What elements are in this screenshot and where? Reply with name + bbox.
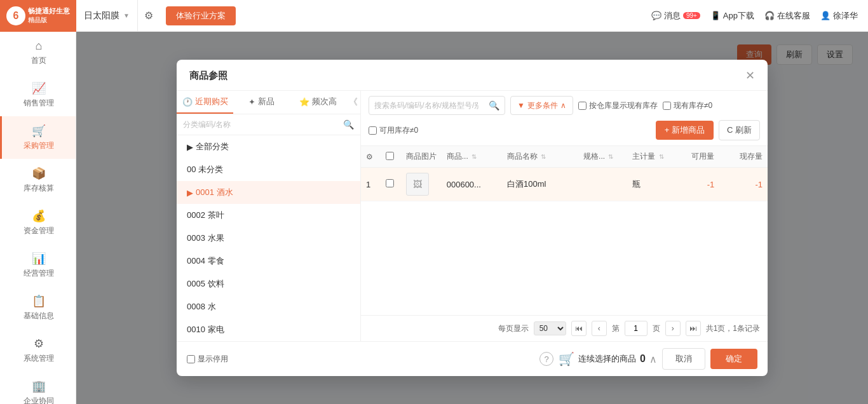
sidebar-item-operation[interactable]: 📊 经营管理 bbox=[0, 244, 76, 286]
online-service-button[interactable]: 🎧 在线客服 bbox=[764, 10, 810, 22]
cat-item-0010[interactable]: 0010 家电 bbox=[177, 318, 360, 341]
sidebar-item-basic[interactable]: 📋 基础信息 bbox=[0, 286, 76, 329]
avail-ne0-checkbox[interactable] bbox=[369, 126, 377, 135]
cat-item-0002[interactable]: 0002 茶叶 bbox=[177, 204, 360, 227]
sidebar-item-enterprise-label: 企业协同 bbox=[24, 396, 54, 404]
cat-item-0001[interactable]: ▶ 0001 酒水 bbox=[177, 181, 360, 204]
cat-item-0004[interactable]: 0004 零食 bbox=[177, 250, 360, 273]
page-size-select[interactable]: 10 20 50 100 bbox=[534, 321, 566, 335]
filter-button[interactable]: ▼ 更多条件 ∧ bbox=[510, 96, 573, 115]
product-search-button[interactable]: 🔍 bbox=[484, 100, 505, 111]
select-all-checkbox[interactable] bbox=[386, 152, 394, 160]
user-menu[interactable]: 👤 徐泽华 bbox=[820, 10, 858, 22]
tab-frequent[interactable]: ⭐ 频次高 bbox=[290, 91, 346, 114]
cat-0008-label: 0008 水 bbox=[187, 301, 216, 313]
cat-item-00[interactable]: 00 未分类 bbox=[177, 158, 360, 181]
next-page-button[interactable]: › bbox=[665, 321, 681, 336]
sidebar-item-enterprise[interactable]: 🏢 企业协同 bbox=[0, 372, 76, 404]
trial-button[interactable]: 体验行业方案 bbox=[166, 6, 236, 25]
by-warehouse-checkbox[interactable] bbox=[578, 102, 587, 110]
sidebar-item-inventory-label: 库存核算 bbox=[24, 183, 54, 194]
user-name: 徐泽华 bbox=[833, 10, 858, 22]
row-avail-cell: -1 bbox=[672, 168, 720, 201]
category-tabs: 🕐 近期购买 ✦ 新品 ⭐ 频次高 《 bbox=[177, 91, 360, 114]
row-avail: -1 bbox=[707, 180, 715, 189]
tab-frequent-label: 频次高 bbox=[312, 96, 337, 107]
stock-ne0-checkbox[interactable] bbox=[663, 102, 671, 110]
cat-item-all[interactable]: ▶ 全部分类 bbox=[177, 135, 360, 158]
store-selector[interactable]: 日太阳膜 ▼ bbox=[76, 0, 138, 31]
collapse-panel-button[interactable]: 《 bbox=[346, 91, 360, 114]
first-page-button[interactable]: ⏮ bbox=[571, 321, 587, 336]
cat-item-0003[interactable]: 0003 水果 bbox=[177, 227, 360, 250]
product-reference-modal: 商品参照 ✕ 🕐 近期购买 ✦ 新品 ⭐ bbox=[177, 60, 768, 376]
sidebar-item-sales-label: 销售管理 bbox=[24, 98, 54, 109]
cat-00-label: 00 未分类 bbox=[187, 164, 223, 175]
col-header-settings: ⚙ bbox=[361, 146, 381, 168]
home-icon: ⌂ bbox=[36, 39, 43, 53]
disabled-checkbox[interactable] bbox=[187, 355, 195, 363]
sidebar-item-sales[interactable]: 📈 销售管理 bbox=[0, 74, 76, 116]
cat-0003-label: 0003 水果 bbox=[187, 232, 224, 244]
checkbox-by-warehouse[interactable]: 按仓库显示现有库存 bbox=[578, 100, 658, 111]
sidebar-item-purchase-label: 采购管理 bbox=[24, 140, 54, 151]
cart-expand-icon[interactable]: ∧ bbox=[649, 353, 657, 365]
product-search-box: 🔍 bbox=[369, 96, 505, 115]
cancel-button[interactable]: 取消 bbox=[662, 348, 705, 370]
last-page-button[interactable]: ⏭ bbox=[686, 321, 701, 336]
col-header-avail[interactable]: 可用量 bbox=[672, 146, 720, 168]
modal-close-icon[interactable]: ✕ bbox=[745, 69, 755, 83]
sidebar-item-purchase[interactable]: 🛒 采购管理 bbox=[0, 116, 76, 159]
by-warehouse-label: 按仓库显示现有库存 bbox=[589, 100, 658, 111]
col-header-spec[interactable]: 规格... ⇅ bbox=[578, 146, 627, 168]
confirm-button[interactable]: 确定 bbox=[710, 349, 757, 369]
table-row[interactable]: 1 🖼 000600... bbox=[361, 168, 768, 201]
row-checkbox[interactable] bbox=[386, 179, 394, 187]
modal-header: 商品参照 ✕ bbox=[177, 60, 768, 91]
purchase-icon: 🛒 bbox=[32, 124, 46, 138]
category-search-input[interactable] bbox=[183, 120, 339, 129]
search-icon[interactable]: 🔍 bbox=[343, 119, 354, 130]
sidebar-item-system[interactable]: ⚙ 系统管理 bbox=[0, 329, 76, 372]
modal-overlay: 商品参照 ✕ 🕐 近期购买 ✦ 新品 ⭐ bbox=[76, 32, 868, 404]
dropdown-arrow-icon: ▼ bbox=[123, 12, 130, 19]
cat-item-0008[interactable]: 0008 水 bbox=[177, 295, 360, 318]
logo-icon: 6 bbox=[6, 6, 25, 25]
product-search-input[interactable] bbox=[369, 101, 484, 110]
sidebar-item-home[interactable]: ⌂ 首页 bbox=[0, 32, 76, 74]
row-stock-cell: -1 bbox=[719, 168, 768, 201]
col-spec-label: 规格... bbox=[583, 152, 605, 161]
basic-icon: 📋 bbox=[32, 294, 46, 308]
tab-new[interactable]: ✦ 新品 bbox=[233, 91, 290, 114]
row-code-cell: 000600... bbox=[442, 168, 502, 201]
help-icon[interactable]: ? bbox=[539, 352, 553, 366]
cat-item-0005[interactable]: 0005 饮料 bbox=[177, 273, 360, 295]
prev-page-button[interactable]: ‹ bbox=[592, 321, 607, 336]
col-header-name[interactable]: 商品名称 ⇅ bbox=[502, 146, 578, 168]
checkbox-avail-ne0[interactable]: 可用库存≠0 bbox=[369, 125, 418, 136]
checkbox-stock-ne0[interactable]: 现有库存≠0 bbox=[663, 100, 712, 111]
filter-label: 更多条件 bbox=[527, 100, 558, 111]
col-header-code[interactable]: 商品... ⇅ bbox=[442, 146, 502, 168]
tab-recent[interactable]: 🕐 近期购买 bbox=[177, 91, 233, 114]
sidebar-item-finance[interactable]: 💰 资金管理 bbox=[0, 201, 76, 244]
cat-0010-label: 0010 家电 bbox=[187, 324, 224, 335]
app-download-button[interactable]: 📱 App下载 bbox=[710, 10, 754, 22]
modal-body: 🕐 近期购买 ✦ 新品 ⭐ 频次高 《 🔍 bbox=[177, 91, 768, 341]
col-header-img: 商品图片 bbox=[401, 146, 442, 168]
sidebar-item-finance-label: 资金管理 bbox=[24, 226, 54, 236]
show-disabled-checkbox[interactable]: 显示停用 bbox=[187, 354, 228, 365]
sidebar-item-inventory[interactable]: 📦 库存核算 bbox=[0, 159, 76, 201]
col-header-unit[interactable]: 主计量 ⇅ bbox=[627, 146, 671, 168]
system-icon: ⚙ bbox=[34, 337, 44, 351]
refresh-button[interactable]: C 刷新 bbox=[719, 120, 760, 140]
row-num: 1 bbox=[361, 168, 381, 201]
cat-0004-label: 0004 零食 bbox=[187, 255, 224, 267]
messages-button[interactable]: 💬 消息 99+ bbox=[651, 10, 700, 22]
page-number-input[interactable] bbox=[625, 321, 648, 336]
settings-icon[interactable]: ⚙ bbox=[138, 10, 159, 22]
filter-icon: ▼ bbox=[517, 101, 525, 110]
add-product-button[interactable]: + 新增商品 bbox=[656, 121, 714, 140]
settings-col-icon[interactable]: ⚙ bbox=[366, 152, 373, 161]
cart-icon[interactable]: 🛒 bbox=[559, 351, 574, 367]
